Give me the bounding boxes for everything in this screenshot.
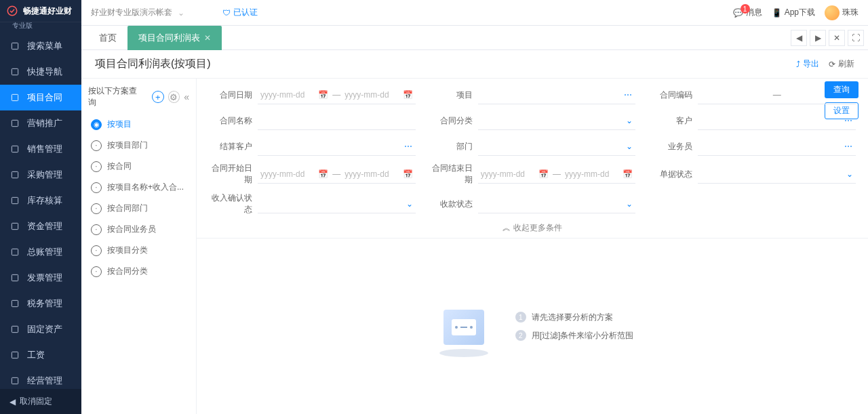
contract-cat-select[interactable]: ⌄: [478, 111, 636, 130]
chevron-down-icon: ⌄: [846, 169, 853, 179]
nav-label: 资金管理: [27, 220, 62, 232]
scheme-item-label: 按合同: [107, 161, 132, 172]
end-date-range[interactable]: yyyy-mm-dd📅 — yyyy-mm-dd📅: [478, 165, 636, 184]
calendar-icon: 📅: [318, 90, 328, 100]
label-start-date: 合同开始日期: [209, 163, 252, 186]
nav-item-cart[interactable]: 销售管理: [0, 136, 81, 162]
svg-rect-1: [12, 43, 18, 49]
contract-name-input[interactable]: [258, 111, 416, 130]
export-button[interactable]: ⤴ 导出: [796, 58, 819, 70]
nav-item-money[interactable]: 资金管理: [0, 213, 81, 239]
doc-status-select[interactable]: ⌄: [698, 165, 856, 184]
nav-label: 税务管理: [27, 297, 62, 310]
contract-code-input[interactable]: —: [698, 85, 856, 104]
nav-item-asset[interactable]: 固定资产: [0, 316, 81, 342]
nav-item-salary[interactable]: 工资: [0, 342, 81, 368]
scheme-item[interactable]: ◉按项目: [88, 114, 189, 135]
app-download-button[interactable]: 📱 App下载: [772, 7, 815, 18]
tabs-next-button[interactable]: ▶: [810, 30, 826, 46]
scheme-settings-button[interactable]: ⚙: [168, 91, 180, 103]
chevron-down-icon: ⌄: [406, 199, 413, 209]
brand-edition: 专业版: [0, 21, 81, 33]
more-icon: ⋯: [404, 142, 413, 151]
nav-item-doc[interactable]: 项目合同: [0, 85, 81, 110]
messages-button[interactable]: 💬 消息 1: [733, 7, 762, 18]
tab-home[interactable]: 首页: [88, 26, 127, 50]
fullscreen-button[interactable]: ⛶: [848, 30, 864, 46]
scheme-item[interactable]: ·按项目部门: [88, 135, 189, 156]
scheme-add-button[interactable]: +: [152, 91, 164, 103]
brand-name: 畅捷通好业财: [23, 5, 72, 17]
label-receipt-status: 收款状态: [429, 199, 473, 210]
scheme-panel: 按以下方案查询 + ⚙ « ◉按项目·按项目部门·按合同·按项目名称+收入合..…: [81, 79, 197, 414]
empty-step-2-text: 用[过滤]条件来缩小分析范围: [532, 330, 634, 341]
scheme-item[interactable]: ·按合同部门: [88, 198, 189, 219]
calendar-icon: 📅: [318, 169, 328, 179]
sidebar-pin-toggle[interactable]: ◀ 取消固定: [0, 389, 81, 414]
settle-customer-input[interactable]: ⋯: [258, 137, 416, 156]
nav-item-cart2[interactable]: 采购管理: [0, 162, 81, 188]
page-header: 项目合同利润表(按项目) ⤴ 导出 ⟳ 刷新: [81, 50, 868, 79]
scheme-collapse-button[interactable]: «: [184, 91, 189, 102]
project-input[interactable]: ⋯: [478, 85, 636, 104]
nav-item-grid[interactable]: 营销推广: [0, 110, 81, 136]
export-label: 导出: [803, 58, 819, 70]
pin-icon: ◀: [9, 397, 16, 407]
start-date-range[interactable]: yyyy-mm-dd📅 — yyyy-mm-dd📅: [258, 165, 416, 184]
nav-item-ledger[interactable]: 总账管理: [0, 239, 81, 265]
tax-icon: [9, 298, 20, 309]
scheme-item[interactable]: ·按项目分类: [88, 240, 189, 261]
nav-item-ops[interactable]: 经营管理: [0, 368, 81, 389]
user-menu[interactable]: 珠珠: [825, 5, 859, 20]
svg-rect-8: [12, 223, 18, 229]
receipt-status-select[interactable]: ⌄: [478, 194, 636, 213]
svg-rect-11: [12, 300, 18, 306]
more-icon: ⋯: [624, 90, 633, 100]
collapse-filters-button[interactable]: ︽ 收起更多条件: [197, 218, 868, 239]
nav-item-box[interactable]: 库存核算: [0, 188, 81, 213]
scheme-item[interactable]: ·按合同: [88, 156, 189, 177]
cart2-icon: [9, 169, 20, 180]
tab-home-label: 首页: [99, 32, 117, 44]
salesperson-input[interactable]: ⋯: [698, 137, 856, 156]
svg-rect-10: [12, 274, 18, 281]
context-selector[interactable]: 好业财专业版演示帐套 ⌄: [91, 7, 213, 18]
svg-rect-3: [12, 94, 18, 100]
svg-point-0: [7, 6, 17, 16]
scheme-item-label: 按项目分类: [107, 245, 148, 256]
scheme-item[interactable]: ·按项目名称+收入合...: [88, 177, 189, 198]
download-label: App下载: [785, 7, 815, 18]
body: 按以下方案查询 + ⚙ « ◉按项目·按项目部门·按合同·按项目名称+收入合..…: [81, 79, 868, 414]
verified-label: 已认证: [233, 7, 258, 18]
tabs-prev-button[interactable]: ◀: [791, 30, 807, 46]
more-icon: ⋯: [844, 142, 853, 151]
label-salesperson: 业务员: [649, 141, 692, 152]
scheme-item-icon: ·: [91, 140, 102, 151]
refresh-icon: ⟳: [829, 60, 835, 69]
avatar: [825, 5, 840, 20]
refresh-button[interactable]: ⟳ 刷新: [829, 58, 854, 70]
tab-current[interactable]: 项目合同利润表 ✕: [127, 26, 222, 50]
label-contract-cat: 合同分类: [429, 115, 473, 127]
customer-input[interactable]: ⋯: [698, 111, 856, 130]
scheme-item-icon: ·: [91, 245, 102, 256]
dept-select[interactable]: ⌄: [478, 137, 636, 156]
box-icon: [9, 195, 20, 206]
label-contract-date: 合同日期: [209, 89, 252, 101]
nav-item-home[interactable]: 快捷导航: [0, 59, 81, 85]
chevron-down-icon: ⌄: [178, 8, 184, 18]
empty-step-1: 1 请先选择要分析的方案: [515, 312, 634, 323]
label-contract-code: 合同编码: [649, 89, 692, 101]
tabs: 首页 项目合同利润表 ✕ ◀ ▶ ✕ ⛶: [81, 26, 868, 50]
contract-date-range[interactable]: yyyy-mm-dd📅 — yyyy-mm-dd📅: [258, 85, 416, 104]
invoice-icon: [9, 272, 20, 283]
close-icon[interactable]: ✕: [204, 33, 211, 43]
tab-current-label: 项目合同利润表: [138, 32, 200, 44]
nav-item-search[interactable]: 搜索菜单: [0, 33, 81, 59]
nav-item-invoice[interactable]: 发票管理: [0, 265, 81, 291]
income-status-select[interactable]: ⌄: [258, 194, 416, 213]
scheme-item[interactable]: ·按合同分类: [88, 261, 189, 282]
scheme-item[interactable]: ·按合同业务员: [88, 219, 189, 240]
nav-item-tax[interactable]: 税务管理: [0, 291, 81, 316]
tabs-close-button[interactable]: ✕: [829, 30, 845, 46]
